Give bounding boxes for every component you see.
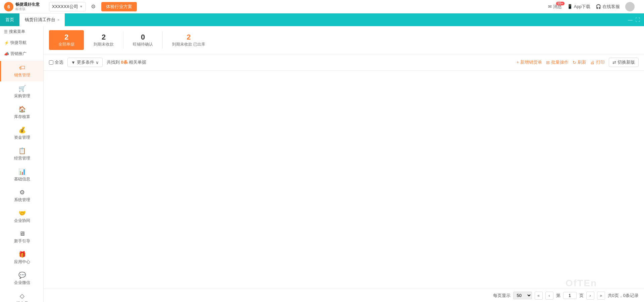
avatar[interactable] (625, 2, 635, 11)
stat-num-overdue: 2 (102, 33, 106, 42)
online-service-action[interactable]: 🎧 在线客服 (596, 4, 620, 10)
prev-page-button[interactable]: ‹ (545, 292, 553, 300)
sidebar-item-purchase[interactable]: 🛒 采购管理 (0, 81, 43, 102)
toolbar-right: + 新增销货单 ⊞ 批量操作 ↻ 刷新 🖨 打印 ⇄ 切换新版 (517, 58, 639, 67)
search-icon: ☰ (4, 29, 8, 34)
tab-workbench-label: 钱货日清工作台 (25, 17, 55, 23)
close-tab-icon[interactable]: × (57, 18, 59, 22)
system-icon: ⚙ (19, 189, 25, 196)
last-page-button[interactable]: » (597, 292, 605, 300)
enterprise-collab-label: 企业协同 (14, 218, 30, 224)
app-download-action[interactable]: 📱 App下载 (567, 4, 590, 10)
page-suffix: 页 (579, 293, 584, 299)
finance-label: 资金管理 (14, 135, 30, 140)
prev-page-icon: ‹ (549, 293, 550, 298)
stats-bar: 2 全部单据 2 到期未收款 0 旺铺待确认 2 到期未收款 已出库 (44, 26, 644, 54)
filter-button[interactable]: ▼ 更多条件 ∨ (67, 58, 103, 67)
sidebar-item-inventory[interactable]: 🏠 库存核算 (0, 102, 43, 123)
sidebar-item-sales[interactable]: 🏷 销售管理 (0, 61, 43, 81)
enterprise-wechat-label: 企业微信 (14, 280, 30, 286)
tab-workbench[interactable]: 钱货日清工作台 × (19, 13, 65, 26)
app-center-icon: 🎁 (18, 251, 26, 258)
search-menu-label: 搜索菜单 (9, 29, 25, 35)
print-button[interactable]: 🖨 打印 (590, 59, 605, 65)
inventory-label: 库存核算 (14, 114, 30, 120)
basic-info-icon: 📊 (18, 168, 26, 175)
sidebar-item-member[interactable]: ◇ 畅会员 (0, 289, 43, 302)
guide-icon: 🖥 (19, 230, 25, 237)
found-prefix: 共找到 (107, 60, 120, 65)
logo-main: 畅捷通好生意 (15, 2, 40, 7)
member-icon: ◇ (20, 292, 24, 300)
sidebar-item-enterprise-wechat[interactable]: 💬 企业微信 (0, 268, 43, 289)
stat-label-pending: 旺铺待确认 (133, 42, 153, 47)
select-all-checkbox[interactable]: 全选 (49, 59, 63, 65)
maximize-icon[interactable]: ⛶ (635, 17, 640, 22)
nav-tabs: 首页 钱货日清工作台 × — ⛶ (0, 13, 644, 26)
online-service-label: 在线客服 (602, 4, 620, 10)
stat-card-all[interactable]: 2 全部单据 (49, 30, 84, 50)
sales-icon: 🏷 (19, 64, 25, 71)
inventory-icon: 🏠 (18, 106, 26, 113)
stat-num-pending: 0 (141, 33, 145, 42)
stat-card-pending[interactable]: 0 旺铺待确认 (123, 30, 162, 50)
print-icon: 🖨 (590, 60, 595, 65)
total-records: 共0页，0条记录 (608, 293, 639, 299)
sidebar-item-basic-info[interactable]: 📊 基础信息 (0, 165, 43, 185)
messages-badge: 99+ (556, 2, 565, 5)
per-page-select[interactable]: 50 100 200 (513, 292, 532, 299)
sidebar-quick-nav[interactable]: ⚡ 快捷导航 (0, 37, 43, 48)
add-sales-order-button[interactable]: + 新增销货单 (517, 59, 542, 65)
next-page-icon: › (590, 293, 591, 298)
company-selector[interactable]: XXXXXX公司 ▼ (49, 2, 86, 11)
sidebar-item-finance[interactable]: 💰 资金管理 (0, 123, 43, 144)
first-page-button[interactable]: « (535, 292, 543, 300)
sidebar-item-enterprise-collab[interactable]: 🤝 企业协同 (0, 206, 43, 227)
page-input[interactable] (563, 292, 577, 299)
sidebar-top: ☰ 搜索菜单 ⚡ 快捷导航 📣 营销推广 (0, 26, 43, 61)
logo-area: 6 畅捷通好生意 标准版 (4, 2, 48, 11)
stat-label-overdue: 到期未收款 (94, 42, 114, 47)
finance-icon: 💰 (18, 126, 26, 134)
purchase-icon: 🛒 (18, 85, 26, 92)
enterprise-wechat-icon: 💬 (18, 271, 26, 279)
sales-label: 销售管理 (14, 72, 30, 78)
logo-icon: 6 (4, 2, 13, 11)
sidebar-item-guide[interactable]: 🖥 新手引导 (0, 227, 43, 247)
batch-label: 批量操作 (551, 59, 569, 65)
sidebar-item-app-center[interactable]: 🎁 应用中心 (0, 247, 43, 268)
main-layout: ☰ 搜索菜单 ⚡ 快捷导航 📣 营销推广 🏷 销售管理 🛒 采购管理 🏠 库存核… (0, 26, 644, 302)
select-all-input[interactable] (49, 60, 53, 65)
sidebar-search-menu[interactable]: ☰ 搜索菜单 (0, 26, 43, 37)
sidebar: ☰ 搜索菜单 ⚡ 快捷导航 📣 营销推广 🏷 销售管理 🛒 采购管理 🏠 库存核… (0, 26, 44, 302)
sidebar-item-system[interactable]: ⚙ 系统管理 (0, 185, 43, 206)
tab-home[interactable]: 首页 (0, 13, 19, 26)
sidebar-marketing[interactable]: 📣 营销推广 (0, 48, 43, 59)
switch-version-button[interactable]: ⇄ 切换新版 (609, 58, 639, 67)
stat-label-all: 全部单据 (58, 42, 74, 47)
per-page-label: 每页显示 (493, 293, 511, 299)
settings-icon[interactable]: ⚙ (89, 2, 98, 11)
next-page-button[interactable]: › (586, 292, 594, 300)
messages-action[interactable]: ✉ 消息 99+ (548, 4, 562, 10)
logo-sub: 标准版 (15, 7, 40, 11)
minimize-icon[interactable]: — (628, 17, 633, 22)
message-icon: ✉ (548, 4, 552, 9)
found-suffix: 相关单据 (129, 60, 146, 65)
system-label: 系统管理 (14, 197, 30, 203)
trial-button[interactable]: 体验行业方案 (101, 2, 137, 11)
refresh-button[interactable]: ↻ 刷新 (573, 59, 586, 65)
stat-label-shipped: 到期未收款 已出库 (172, 42, 205, 47)
table-area (44, 71, 644, 289)
stat-card-shipped[interactable]: 2 到期未收款 已出库 (163, 30, 215, 50)
stat-num-all: 2 (64, 33, 68, 42)
sidebar-item-operations[interactable]: 📋 经营管理 (0, 144, 43, 165)
found-text: 共找到 0条 相关单据 (107, 59, 146, 65)
top-header: 6 畅捷通好生意 标准版 XXXXXX公司 ▼ ⚙ 体验行业方案 ✉ 消息 99… (0, 0, 644, 13)
chevron-down-icon: ∨ (96, 60, 99, 65)
print-label: 打印 (596, 59, 605, 65)
stat-num-shipped: 2 (187, 33, 191, 42)
stat-card-overdue[interactable]: 2 到期未收款 (84, 30, 123, 50)
batch-operation-button[interactable]: ⊞ 批量操作 (546, 59, 569, 65)
app-center-label: 应用中心 (14, 259, 30, 265)
